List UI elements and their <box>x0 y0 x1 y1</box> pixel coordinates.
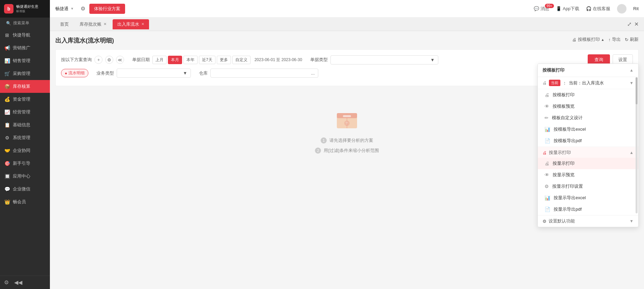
template-preview-label: 按模板预览 <box>553 103 575 109</box>
dropdown-item-display-preview[interactable]: 👁 按显示预览 <box>538 169 638 181</box>
tab-batch[interactable]: 库存批次账 ✕ <box>75 19 111 29</box>
sidebar-item-guide[interactable]: 🎯 新手引导 <box>0 157 50 170</box>
sidebar-settings-icon[interactable]: ⚙ <box>4 279 9 286</box>
page-title: 出入库流水(流水明细) <box>55 36 639 45</box>
warehouse-select[interactable]: ... <box>210 69 318 78</box>
template-print-label: 按模板打印 <box>553 92 575 98</box>
topbar-message[interactable]: 💬 消息 99+ <box>534 6 549 12</box>
warehouse-more-icon[interactable]: ... <box>311 71 315 76</box>
marketing-icon: 📢 <box>4 45 10 51</box>
type-select-chevron: ▼ <box>430 57 435 62</box>
dropdown-item-template-design[interactable]: ✏ 模板自定义设计 <box>538 112 638 124</box>
topbar-user[interactable]: 畅捷通 ▼ <box>55 6 74 12</box>
current-label: ： <box>562 80 567 86</box>
refresh-label: 刷新 <box>630 36 639 43</box>
sidebar-item-enterprise[interactable]: 🤝 企业协同 <box>0 144 50 157</box>
sidebar-item-quick-nav[interactable]: ⊞ 快捷导航 <box>0 29 50 42</box>
sidebar-collapse-icon[interactable]: ◀◀ <box>14 279 22 286</box>
sidebar-item-label: 企业协同 <box>13 148 30 154</box>
app-logo-icon: b <box>4 4 13 14</box>
display-excel-label: 按显示导出excel <box>554 195 586 201</box>
export-label: 导出 <box>612 36 621 43</box>
sidebar-item-app-center[interactable]: 🔲 应用中心 <box>0 170 50 183</box>
filter-warehouse: 仓库 ... <box>199 69 318 78</box>
tab-batch-close-icon[interactable]: ✕ <box>104 22 107 26</box>
dropdown-close-chevron[interactable]: ▲ <box>630 68 634 73</box>
date-btn-custom[interactable]: 自定义 <box>232 56 251 64</box>
active-filter-chip[interactable]: ● 流水明细 <box>61 69 88 77</box>
operations-icon: 📈 <box>4 109 10 115</box>
topbar-avatar[interactable] <box>617 4 626 14</box>
dropdown-item-display-excel[interactable]: 📊 按显示导出excel <box>538 192 638 204</box>
biz-type-select[interactable]: ▼ <box>117 69 191 78</box>
print-template-button[interactable]: 🖨 按模板打印 ▲ <box>572 36 605 43</box>
tab-flow-close-icon[interactable]: ✕ <box>141 22 144 26</box>
date-buttons: 上月 本月 本年 近7天 更多 自定义 <box>152 56 251 64</box>
template-pdf-icon: 📄 <box>545 138 550 143</box>
filter-config-button[interactable]: ⚙ <box>105 56 113 64</box>
sidebar-item-basic[interactable]: 📋 基础信息 <box>0 119 50 131</box>
current-chevron: ▼ <box>630 81 634 85</box>
content-area: 出入库流水(流水明细) 🖨 按模板打印 ▲ ↑ 导出 ↻ 刷新 按以下方案查询 <box>50 31 644 289</box>
dropdown-item-template-print[interactable]: 🖨 按模板打印 <box>538 89 638 101</box>
template-design-icon: ✏ <box>545 115 549 121</box>
topbar-app-download[interactable]: 📱 App下载 <box>556 6 579 12</box>
footer-icon: ⚙ <box>543 219 547 224</box>
tab-flow[interactable]: 出入库流水 ✕ <box>113 19 149 29</box>
sidebar-item-purchase[interactable]: 🛒 采购管理 <box>0 67 50 80</box>
dropdown-scrollbar[interactable] <box>636 77 638 213</box>
dropdown-title: 按模板打印 <box>543 67 564 73</box>
sidebar-nav: ⊞ 快捷导航 📢 营销推广 📊 销售管理 🛒 采购管理 📦 库存核算 💰 资金管… <box>0 29 50 275</box>
topbar-online-service[interactable]: 🎧 在线客服 <box>586 6 610 12</box>
dropdown-footer[interactable]: ⚙ 设置默认功能 ▼ <box>538 215 638 227</box>
filter-type-select[interactable]: ▼ <box>330 55 438 64</box>
refresh-button[interactable]: ↻ 刷新 <box>625 36 639 43</box>
filter-chip-label: 流水明细 <box>68 70 85 76</box>
app-edition: 标准版 <box>16 9 38 14</box>
dropdown-item-display-pdf[interactable]: 📄 按显示导出pdf <box>538 204 638 215</box>
export-button[interactable]: ↑ 导出 <box>609 36 621 43</box>
filter-collapse-button[interactable]: ≪ <box>116 56 124 64</box>
dropdown-scrollbar-thumb <box>636 77 638 104</box>
sidebar-item-label: 库存核算 <box>13 83 30 89</box>
sidebar-item-vip[interactable]: 👑 畅会员 <box>0 195 50 208</box>
current-badge: 当前 <box>549 80 560 86</box>
wechat-icon: 💬 <box>4 186 10 192</box>
date-btn-this-month[interactable]: 本月 <box>168 56 182 64</box>
tab-batch-label: 库存批次账 <box>80 21 101 27</box>
date-btn-last-month[interactable]: 上月 <box>152 56 167 64</box>
sidebar-item-finance[interactable]: 💰 资金管理 <box>0 93 50 106</box>
sidebar-item-sales[interactable]: 📊 销售管理 <box>0 54 50 67</box>
sidebar-item-wechat[interactable]: 💬 企业微信 <box>0 183 50 195</box>
sidebar-search[interactable]: 🔍 搜索菜单 <box>0 18 50 29</box>
svg-text:?: ? <box>346 122 348 125</box>
dropdown-item-display-settings[interactable]: ⚙ 按显示打印设置 <box>538 181 638 192</box>
sidebar-item-system[interactable]: ⚙ 系统管理 <box>0 131 50 144</box>
sidebar-item-operations[interactable]: 📈 经营管理 <box>0 106 50 119</box>
sidebar-item-inventory[interactable]: 📦 库存核算 <box>0 80 50 93</box>
dropdown-item-template-preview[interactable]: 👁 按模板预览 <box>538 101 638 112</box>
filter-toolbar-actions: ＋ ⚙ ≪ <box>94 56 124 64</box>
dropdown-item-template-excel[interactable]: 📊 按模板导出excel <box>538 124 638 135</box>
display-pdf-label: 按显示导出pdf <box>554 206 582 212</box>
filter-add-button[interactable]: ＋ <box>94 56 103 64</box>
app-center-icon: 🔲 <box>4 173 10 179</box>
export-icon: ↑ <box>609 37 611 42</box>
date-btn-7days[interactable]: 近7天 <box>199 56 215 64</box>
dropdown-item-display-print[interactable]: 🖨 按显示打印 <box>538 158 638 169</box>
date-btn-more[interactable]: 更多 <box>217 56 231 64</box>
system-icon: ⚙ <box>4 135 10 141</box>
service-label: 在线客服 <box>593 6 610 12</box>
trial-button[interactable]: 体验行业方案 <box>89 4 125 14</box>
dropdown-item-template-pdf[interactable]: 📄 按模板导出pdf <box>538 135 638 147</box>
template-excel-icon: 📊 <box>545 127 550 132</box>
close-tab-button[interactable]: ✕ <box>634 21 639 27</box>
sidebar-item-label: 销售管理 <box>13 58 30 64</box>
sidebar-item-label: 应用中心 <box>13 173 30 179</box>
filter-search-scheme: 按以下方案查询 ＋ ⚙ ≪ <box>61 56 124 64</box>
maximize-button[interactable]: ⤢ <box>627 21 632 27</box>
date-btn-this-year[interactable]: 本年 <box>183 56 198 64</box>
topbar-gear-icon[interactable]: ⚙ <box>81 5 85 12</box>
tab-home[interactable]: 首页 <box>55 19 74 29</box>
sidebar-item-marketing[interactable]: 📢 营销推广 <box>0 42 50 54</box>
